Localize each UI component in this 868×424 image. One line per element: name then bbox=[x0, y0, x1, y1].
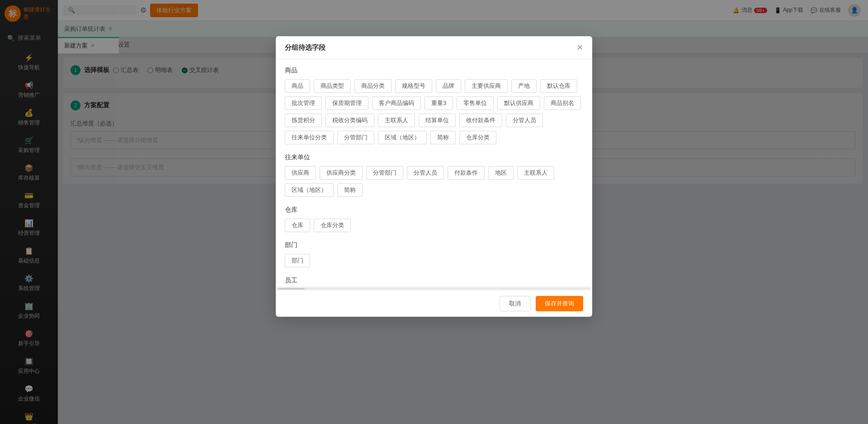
field-tag-counterpart-1[interactable]: 供应商分类 bbox=[320, 166, 363, 180]
field-tag-goods-1[interactable]: 商品类型 bbox=[314, 79, 351, 93]
field-tag-goods-0[interactable]: 商品 bbox=[285, 79, 310, 93]
field-tag-goods-11[interactable]: 重量3 bbox=[425, 96, 453, 110]
field-tag-goods-10[interactable]: 客户商品编码 bbox=[372, 96, 421, 110]
modal-body: 商品商品商品类型商品分类规格型号品牌主要供应商产地默认仓库批次管理保质期管理客户… bbox=[276, 59, 592, 286]
field-tag-goods-7[interactable]: 默认仓库 bbox=[540, 79, 577, 93]
modal-horizontal-scrollbar[interactable] bbox=[276, 286, 592, 290]
modal-cancel-button[interactable]: 取消 bbox=[500, 296, 530, 311]
field-tag-goods-14[interactable]: 商品别名 bbox=[544, 96, 581, 110]
field-tag-goods-8[interactable]: 批次管理 bbox=[285, 96, 322, 110]
field-tag-goods-21[interactable]: 往来单位分类 bbox=[285, 131, 334, 144]
section-title-employee: 员工 bbox=[285, 276, 583, 285]
field-tag-goods-19[interactable]: 收付款条件 bbox=[459, 114, 502, 127]
field-tag-warehouse-0[interactable]: 仓库 bbox=[285, 219, 310, 232]
field-tag-goods-22[interactable]: 分管部门 bbox=[337, 131, 374, 144]
field-tag-counterpart-0[interactable]: 供应商 bbox=[285, 166, 316, 180]
field-section-goods: 商品商品商品类型商品分类规格型号品牌主要供应商产地默认仓库批次管理保质期管理客户… bbox=[285, 67, 583, 144]
field-tag-goods-3[interactable]: 规格型号 bbox=[395, 79, 432, 93]
field-section-department: 部门部门 bbox=[285, 241, 583, 267]
field-tag-goods-23[interactable]: 区域（地区） bbox=[378, 131, 427, 144]
field-tag-goods-15[interactable]: 拣货积分 bbox=[285, 114, 322, 127]
hscroll-thumb bbox=[278, 288, 305, 290]
field-tag-warehouse-1[interactable]: 仓库分类 bbox=[314, 219, 351, 232]
modal-footer: 取消 保存并查询 bbox=[276, 290, 592, 317]
field-tag-goods-2[interactable]: 商品分类 bbox=[354, 79, 392, 93]
section-title-warehouse: 仓库 bbox=[285, 206, 583, 214]
field-tag-counterpart-7[interactable]: 区域（地区） bbox=[285, 183, 334, 197]
modal-close-icon[interactable]: ✕ bbox=[576, 43, 583, 52]
modal-confirm-button[interactable]: 保存并查询 bbox=[536, 296, 583, 311]
section-title-goods: 商品 bbox=[285, 67, 583, 75]
field-tag-department-0[interactable]: 部门 bbox=[285, 254, 310, 267]
field-tag-goods-4[interactable]: 品牌 bbox=[436, 79, 461, 93]
modal-title: 分组待选字段 bbox=[285, 43, 326, 52]
field-select-modal: 分组待选字段 ✕ 商品商品商品类型商品分类规格型号品牌主要供应商产地默认仓库批次… bbox=[276, 36, 592, 317]
field-tags-goods: 商品商品类型商品分类规格型号品牌主要供应商产地默认仓库批次管理保质期管理客户商品… bbox=[285, 79, 583, 144]
field-tag-counterpart-3[interactable]: 分管人员 bbox=[407, 166, 444, 180]
field-tags-warehouse: 仓库仓库分类 bbox=[285, 219, 583, 232]
field-tags-counterpart: 供应商供应商分类分管部门分管人员付款条件地区主联系人区域（地区）简称 bbox=[285, 166, 583, 197]
field-tag-goods-17[interactable]: 主联系人 bbox=[378, 114, 415, 127]
hscroll-track bbox=[278, 288, 590, 290]
field-tag-goods-18[interactable]: 结算单位 bbox=[419, 114, 456, 127]
field-tag-goods-5[interactable]: 主要供应商 bbox=[465, 79, 508, 93]
field-tag-goods-13[interactable]: 默认供应商 bbox=[497, 96, 540, 110]
field-section-employee: 员工业务员 bbox=[285, 276, 583, 286]
section-title-counterpart: 往来单位 bbox=[285, 153, 583, 162]
field-section-warehouse: 仓库仓库仓库分类 bbox=[285, 206, 583, 232]
field-tag-goods-20[interactable]: 分管人员 bbox=[506, 114, 543, 127]
modal-header: 分组待选字段 ✕ bbox=[276, 36, 592, 59]
field-tag-goods-16[interactable]: 税收分类编码 bbox=[326, 114, 374, 127]
field-tag-counterpart-6[interactable]: 主联系人 bbox=[517, 166, 554, 180]
field-tag-counterpart-4[interactable]: 付款条件 bbox=[448, 166, 485, 180]
section-title-department: 部门 bbox=[285, 241, 583, 249]
field-tags-department: 部门 bbox=[285, 254, 583, 267]
field-tag-goods-25[interactable]: 仓库分类 bbox=[459, 131, 496, 144]
field-tag-goods-9[interactable]: 保质期管理 bbox=[326, 96, 368, 110]
field-tag-goods-6[interactable]: 产地 bbox=[511, 79, 537, 93]
field-section-counterpart: 往来单位供应商供应商分类分管部门分管人员付款条件地区主联系人区域（地区）简称 bbox=[285, 153, 583, 197]
field-tag-counterpart-2[interactable]: 分管部门 bbox=[366, 166, 403, 180]
field-tag-goods-12[interactable]: 零售单位 bbox=[457, 96, 494, 110]
field-tag-goods-24[interactable]: 简称 bbox=[430, 131, 456, 144]
field-tag-counterpart-8[interactable]: 简称 bbox=[337, 183, 363, 197]
field-tag-counterpart-5[interactable]: 地区 bbox=[488, 166, 514, 180]
